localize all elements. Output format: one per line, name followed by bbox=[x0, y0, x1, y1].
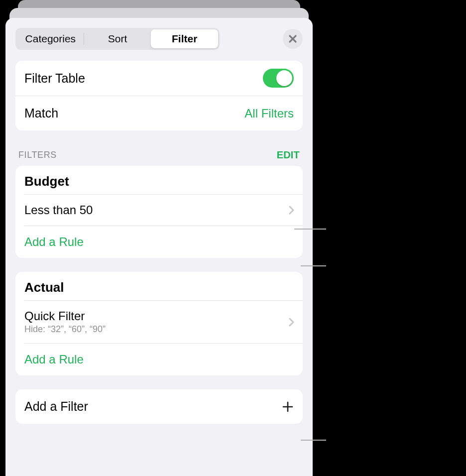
filter-group-title: Actual bbox=[24, 280, 64, 295]
add-rule-label: Add a Rule bbox=[24, 235, 84, 248]
filter-group-actual: Actual Quick Filter Hide: “32”, “60”, “9… bbox=[15, 272, 303, 375]
close-button[interactable] bbox=[283, 29, 303, 49]
filters-section-header: Filters EDIT bbox=[18, 149, 300, 161]
edit-filters-button[interactable]: EDIT bbox=[277, 149, 300, 161]
filter-table-label: Filter Table bbox=[24, 71, 85, 86]
callout-line bbox=[301, 265, 326, 266]
filters-section-title: Filters bbox=[18, 150, 57, 160]
add-filter-button[interactable]: Add a Filter bbox=[15, 389, 303, 424]
match-row[interactable]: Match All Filters bbox=[15, 96, 303, 130]
add-rule-button[interactable]: Add a Rule bbox=[24, 226, 303, 258]
filter-rule-label: Less than 50 bbox=[24, 203, 93, 217]
filter-group-budget: Budget Less than 50 Add a Rule bbox=[15, 166, 303, 258]
chevron-right-icon bbox=[289, 205, 295, 215]
segmented-control: Categories Sort Filter bbox=[15, 28, 220, 50]
plus-icon bbox=[282, 401, 294, 413]
filter-sheet: Categories Sort Filter Filter Table Matc… bbox=[5, 18, 313, 476]
callout-line bbox=[301, 440, 326, 441]
chevron-right-icon bbox=[289, 317, 295, 327]
match-value: All Filters bbox=[244, 107, 294, 120]
add-rule-label: Add a Rule bbox=[24, 353, 84, 366]
add-rule-button[interactable]: Add a Rule bbox=[24, 343, 303, 375]
sheet-header: Categories Sort Filter bbox=[15, 28, 303, 50]
filter-rule-row[interactable]: Quick Filter Hide: “32”, “60”, “90” bbox=[24, 300, 303, 343]
filter-table-toggle[interactable] bbox=[263, 69, 294, 88]
filter-rule-sub: Hide: “32”, “60”, “90” bbox=[24, 324, 106, 335]
filter-group-title: Budget bbox=[24, 174, 69, 189]
filter-rule-row[interactable]: Less than 50 bbox=[24, 194, 303, 226]
tab-sort[interactable]: Sort bbox=[84, 29, 151, 48]
filter-rule-label: Quick Filter bbox=[24, 309, 106, 323]
callout-line bbox=[294, 229, 326, 230]
close-icon bbox=[288, 34, 297, 43]
add-filter-label: Add a Filter bbox=[24, 399, 88, 414]
match-label: Match bbox=[24, 106, 58, 120]
tab-filter[interactable]: Filter bbox=[151, 29, 218, 48]
filter-table-row: Filter Table bbox=[15, 61, 303, 96]
tab-categories[interactable]: Categories bbox=[17, 29, 84, 48]
top-settings-card: Filter Table Match All Filters bbox=[15, 61, 303, 130]
